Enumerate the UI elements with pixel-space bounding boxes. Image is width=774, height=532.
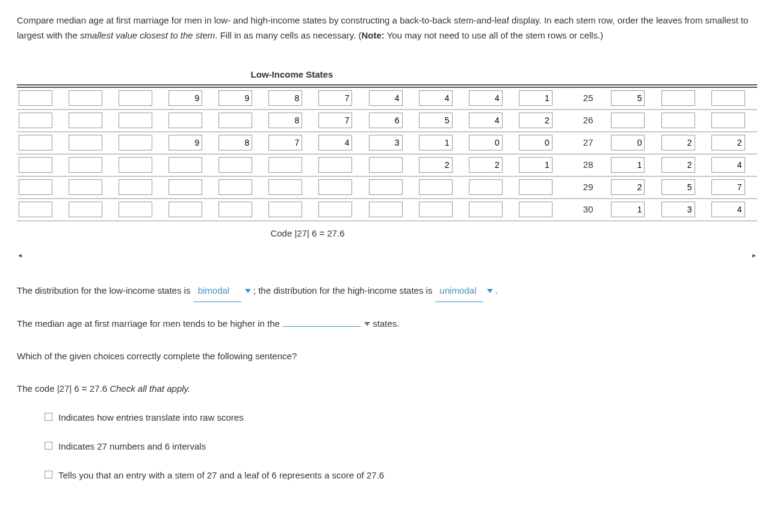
- scroll-left-icon[interactable]: ◂: [18, 250, 22, 262]
- leaf-input-left[interactable]: [268, 202, 302, 217]
- leaf-input-left[interactable]: [119, 157, 152, 173]
- leaf-input-right[interactable]: [711, 157, 745, 173]
- chevron-down-icon[interactable]: [487, 289, 493, 293]
- leaf-input-left[interactable]: [318, 157, 352, 173]
- leaf-input-left[interactable]: [169, 202, 202, 217]
- leaf-input-right[interactable]: [611, 113, 645, 128]
- leaf-input-right[interactable]: [611, 202, 645, 217]
- code-legend: Code |27| 6 = 27.6: [267, 221, 466, 246]
- leaf-input-right[interactable]: [661, 135, 695, 150]
- leaf-input-left[interactable]: [19, 157, 52, 173]
- leaf-input-left[interactable]: [268, 90, 302, 106]
- chevron-down-icon[interactable]: [245, 289, 251, 293]
- leaf-input-left[interactable]: [69, 135, 102, 150]
- leaf-input-left[interactable]: [268, 157, 302, 173]
- leaf-input-left[interactable]: [469, 202, 503, 217]
- leaf-input-left[interactable]: [318, 135, 352, 150]
- leaf-input-left[interactable]: [369, 157, 403, 173]
- leaf-input-left[interactable]: [369, 113, 403, 128]
- leaf-input-left[interactable]: [318, 202, 352, 217]
- leaf-input-left[interactable]: [268, 113, 302, 128]
- checkbox[interactable]: [45, 470, 53, 478]
- leaf-input-left[interactable]: [119, 90, 152, 106]
- leaf-input-right[interactable]: [661, 113, 695, 128]
- leaf-input-left[interactable]: [169, 90, 202, 106]
- leaf-input-left[interactable]: [119, 135, 152, 150]
- leaf-input-right[interactable]: [711, 113, 745, 128]
- leaf-input-left[interactable]: [519, 202, 553, 217]
- leaf-input-left[interactable]: [519, 179, 553, 195]
- chevron-down-icon[interactable]: [364, 322, 370, 326]
- dropdown-low-dist[interactable]: bimodal: [193, 280, 241, 302]
- leaf-input-left[interactable]: [469, 135, 503, 150]
- leaf-input-left[interactable]: [69, 113, 102, 128]
- leaf-input-left[interactable]: [419, 202, 453, 217]
- leaf-input-right[interactable]: [661, 179, 695, 195]
- leaf-input-right[interactable]: [611, 157, 645, 173]
- leaf-input-left[interactable]: [19, 179, 52, 195]
- leaf-input-left[interactable]: [318, 90, 352, 106]
- leaf-input-right[interactable]: [661, 157, 695, 173]
- leaf-input-left[interactable]: [218, 135, 252, 150]
- leaf-input-left[interactable]: [169, 157, 202, 173]
- leaf-input-left[interactable]: [369, 202, 403, 217]
- leaf-input-left[interactable]: [169, 113, 202, 128]
- leaf-input-right[interactable]: [711, 90, 745, 106]
- leaf-input-left[interactable]: [318, 113, 352, 128]
- leaf-input-left[interactable]: [318, 179, 352, 195]
- leaf-input-left[interactable]: [19, 202, 52, 217]
- checkbox-option: Indicates 27 numbers and 6 intervals: [42, 436, 757, 457]
- leaf-input-left[interactable]: [19, 135, 52, 150]
- checkbox[interactable]: [45, 441, 53, 450]
- leaf-input-left[interactable]: [469, 113, 503, 128]
- leaf-input-left[interactable]: [19, 113, 52, 128]
- leaf-input-right[interactable]: [711, 202, 745, 217]
- leaf-input-left[interactable]: [469, 179, 503, 195]
- leaf-input-left[interactable]: [519, 135, 553, 150]
- leaf-input-left[interactable]: [469, 90, 503, 106]
- leaf-input-left[interactable]: [369, 135, 403, 150]
- leaf-input-left[interactable]: [419, 135, 453, 150]
- leaf-input-right[interactable]: [711, 179, 745, 195]
- leaf-input-left[interactable]: [419, 157, 453, 173]
- leaf-input-left[interactable]: [69, 90, 102, 106]
- leaf-input-right[interactable]: [611, 90, 645, 106]
- leaf-input-left[interactable]: [268, 135, 302, 150]
- table-header-high: High-I: [609, 65, 757, 85]
- leaf-input-left[interactable]: [369, 90, 403, 106]
- leaf-input-left[interactable]: [519, 90, 553, 106]
- leaf-input-left[interactable]: [218, 202, 252, 217]
- leaf-input-right[interactable]: [611, 135, 645, 150]
- leaf-input-left[interactable]: [69, 179, 102, 195]
- leaf-input-left[interactable]: [119, 179, 152, 195]
- leaf-input-left[interactable]: [268, 179, 302, 195]
- stemleaf-scroll-container[interactable]: Low-Income States High-I 252627282930 Co…: [17, 65, 757, 253]
- leaf-input-left[interactable]: [69, 202, 102, 217]
- leaf-input-left[interactable]: [519, 113, 553, 128]
- leaf-input-right[interactable]: [611, 179, 645, 195]
- dropdown-high-dist[interactable]: unimodal: [435, 280, 483, 302]
- leaf-input-left[interactable]: [419, 113, 453, 128]
- leaf-input-left[interactable]: [369, 179, 403, 195]
- leaf-input-left[interactable]: [218, 179, 252, 195]
- leaf-input-right[interactable]: [661, 90, 695, 106]
- leaf-input-left[interactable]: [19, 90, 52, 106]
- leaf-input-left[interactable]: [469, 157, 503, 173]
- leaf-input-left[interactable]: [169, 135, 202, 150]
- leaf-input-left[interactable]: [419, 179, 453, 195]
- leaf-input-left[interactable]: [419, 90, 453, 106]
- stem-value: 30: [567, 199, 610, 220]
- leaf-input-left[interactable]: [169, 179, 202, 195]
- leaf-input-left[interactable]: [119, 202, 152, 217]
- leaf-input-left[interactable]: [119, 113, 152, 128]
- checkbox[interactable]: [45, 412, 53, 421]
- leaf-input-left[interactable]: [519, 157, 553, 173]
- scroll-right-icon[interactable]: ▸: [752, 250, 756, 262]
- dropdown-states[interactable]: [282, 318, 361, 327]
- leaf-input-left[interactable]: [218, 157, 252, 173]
- leaf-input-left[interactable]: [218, 113, 252, 128]
- leaf-input-right[interactable]: [661, 202, 695, 217]
- leaf-input-left[interactable]: [69, 157, 102, 173]
- leaf-input-left[interactable]: [218, 90, 252, 106]
- leaf-input-right[interactable]: [711, 135, 745, 150]
